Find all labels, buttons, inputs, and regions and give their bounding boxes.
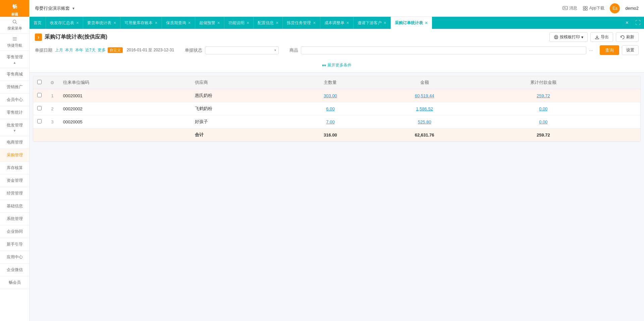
sidebar-item-app-center[interactable]: 应用中心 (0, 251, 29, 264)
svg-rect-10 (583, 9, 585, 10)
sidebar-item-member[interactable]: 会员中心 (0, 94, 29, 106)
shortcut-this-year[interactable]: 本年 (75, 47, 83, 53)
settings-btn[interactable]: 设置 (622, 45, 639, 55)
sidebar-item-base-info[interactable]: 基础信息 (0, 200, 29, 213)
row-checkbox[interactable] (37, 106, 42, 110)
nav-tab-label: 成本调整单 (324, 20, 344, 26)
more-filter-btn[interactable]: ··· (589, 48, 593, 53)
sidebar-item-label: 电商管理 (7, 140, 23, 145)
refresh-icon (620, 35, 625, 40)
export-btn[interactable]: 导出 (590, 32, 613, 42)
nav-tab-function-desc[interactable]: 功能说明 × (224, 17, 254, 29)
page-title-group: › 采购订单统计表(按供应商) (35, 34, 107, 41)
sidebar-item-newbie[interactable]: 新手引导 (0, 238, 29, 251)
close-all-tabs-btn[interactable]: × (622, 17, 632, 29)
template-print-btn[interactable]: 按模板打印 ▾ (549, 32, 588, 42)
total-amount: 62,631.76 (372, 128, 477, 142)
date-range-display: 2016-01-01 至 2023-12-31 (127, 47, 174, 53)
sidebar-item-label: 经营管理 (7, 191, 23, 196)
col-settings[interactable]: ⚙ (46, 76, 59, 89)
shortcut-this-month[interactable]: 本月 (65, 47, 73, 53)
nav-tab-label: 邀请下游客户 (358, 20, 382, 26)
sidebar-search[interactable]: 搜索菜单 (0, 17, 29, 34)
sidebar-item-operations[interactable]: 经营管理 (0, 187, 29, 200)
sidebar-item-retail-mgmt[interactable]: 零售管理 ▲ (0, 51, 29, 68)
sidebar-item-ecommerce[interactable]: 电商管理 (0, 136, 29, 149)
nav-tab-expiry-query[interactable]: 保质期查询 × (162, 17, 195, 29)
sidebar-item-wholesale[interactable]: 批发管理 ▼ (0, 119, 29, 136)
nav-tab-available-inventory[interactable]: 可用量库存账本 × (120, 17, 162, 29)
shortcut-7days[interactable]: 近7天 (85, 47, 96, 53)
query-btn[interactable]: 查询 (600, 45, 619, 55)
collapse-filter-btn[interactable]: › (35, 34, 42, 41)
close-icon[interactable]: × (425, 20, 428, 25)
topbar-app-btn[interactable]: App下载 (583, 5, 604, 11)
topbar-message-btn[interactable]: 消息 (562, 5, 577, 11)
nav-tab-receive-send[interactable]: 收发存汇总表 × (46, 17, 83, 29)
sidebar-item-system[interactable]: 系统管理 (0, 213, 29, 225)
maximize-btn[interactable]: ⛶ (632, 17, 644, 29)
col-paid-header: 累计付款金额 (477, 76, 609, 89)
close-icon[interactable]: × (188, 20, 191, 25)
close-icon[interactable]: × (247, 20, 249, 25)
nav-tab-purchase-stats[interactable]: 要货单统计表 × (83, 17, 120, 29)
avatar[interactable]: Ea (610, 3, 620, 13)
row-extra (609, 89, 640, 102)
nav-tab-overstock[interactable]: 超储预警 × (195, 17, 224, 29)
close-icon[interactable]: × (276, 20, 278, 25)
sidebar-item-label: 采购管理 (7, 152, 23, 158)
nav-tab-home[interactable]: 首页 (30, 17, 46, 29)
table-row: 2 00020002 飞鹤奶粉 6.00 1,586.52 0.00 (33, 102, 640, 115)
row-amount: 60,519.44 (372, 89, 477, 102)
user-name[interactable]: demo2 (625, 6, 639, 11)
row-checkbox-cell (33, 115, 46, 128)
nav-tab-picking-task[interactable]: 拣货任务管理 × (283, 17, 320, 29)
nav-tab-invite-downstream[interactable]: 邀请下游客户 × (354, 17, 391, 29)
total-paid: 259.72 (477, 128, 609, 142)
close-icon[interactable]: × (313, 20, 316, 25)
col-amount-header: 金额 (372, 76, 477, 89)
svg-rect-11 (586, 9, 587, 10)
close-icon[interactable]: × (384, 20, 386, 25)
sidebar-item-member2[interactable]: 畅会员 (0, 276, 29, 289)
main-area: 母婴行业演示账套 ▾ 消息 App下载 Ea (30, 0, 644, 321)
status-select[interactable] (205, 46, 279, 54)
close-icon[interactable]: × (113, 20, 116, 25)
sidebar-item-retail-stats[interactable]: 零售统计 (0, 106, 29, 119)
sidebar-item-enterprise[interactable]: 企业协同 (0, 225, 29, 238)
nav-tab-label: 保质期查询 (166, 20, 186, 26)
select-all-checkbox[interactable] (37, 80, 42, 84)
sidebar-item-finance[interactable]: 资金管理 (0, 174, 29, 187)
shortcut-more[interactable]: 更多 (98, 47, 106, 53)
shortcut-last-month[interactable]: 上月 (55, 47, 63, 53)
sidebar-quicknav[interactable]: 快捷导航 (0, 34, 29, 51)
row-qty: 303.00 (289, 89, 372, 102)
sidebar-item-inventory[interactable]: 库存核算 (0, 162, 29, 174)
sidebar-item-label: 系统管理 (7, 216, 23, 222)
close-icon[interactable]: × (155, 20, 157, 25)
close-icon[interactable]: × (346, 20, 349, 25)
sidebar-item-marketing[interactable]: 营销推广 (0, 81, 29, 94)
row-num: 1 (46, 89, 59, 102)
nav-tab-config-info[interactable]: 配置信息 × (254, 17, 283, 29)
nav-tab-purchase-order-stats[interactable]: 采购订单统计表 × (391, 17, 432, 29)
page-content: › 采购订单统计表(按供应商) 按模板打印 ▾ (30, 29, 644, 321)
row-checkbox[interactable] (37, 119, 42, 123)
topbar-dropdown-btn[interactable]: ▾ (72, 6, 74, 11)
sidebar-item-purchase[interactable]: 采购管理 (0, 149, 29, 162)
sidebar-item-enterprise-wechat[interactable]: 企业微信 (0, 264, 29, 276)
table-total-row: 合计 316.00 62,631.76 259.72 (33, 128, 640, 142)
expand-more-btn[interactable]: ▾▾ 展开更多条件 (319, 61, 354, 69)
close-icon[interactable]: × (217, 20, 220, 25)
close-icon[interactable]: × (76, 20, 79, 25)
row-checkbox-cell (33, 102, 46, 115)
sidebar-item-retail-shop[interactable]: 零售商城 (0, 68, 29, 81)
sidebar-item-label: 新手引导 (7, 242, 23, 247)
svg-point-2 (13, 20, 16, 23)
row-checkbox[interactable] (37, 93, 42, 97)
goods-input[interactable] (301, 46, 586, 54)
nav-tab-cost-adjust[interactable]: 成本调整单 × (320, 17, 354, 29)
sidebar-item-label: 零售商城 (7, 71, 23, 77)
refresh-btn[interactable]: 刷新 (616, 32, 639, 42)
total-label-cell (59, 128, 191, 142)
